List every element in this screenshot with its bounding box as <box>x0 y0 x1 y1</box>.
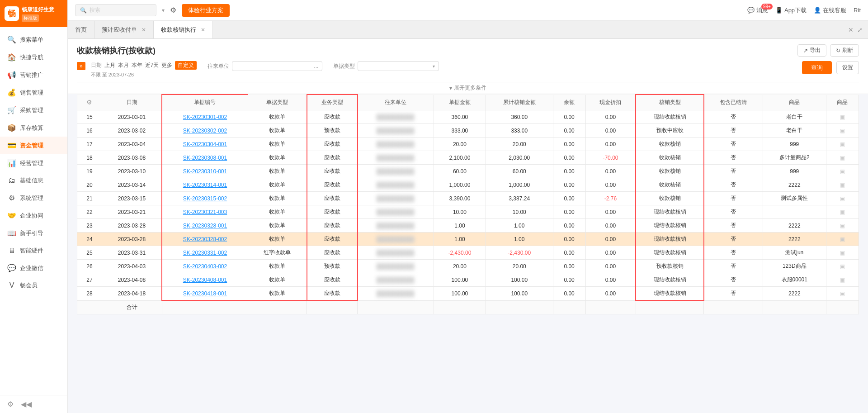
row-doc-no[interactable]: SK-20230308-001 <box>162 151 248 165</box>
doc-no-link[interactable]: SK-20230321-003 <box>183 209 227 215</box>
row-doc-no[interactable]: SK-20230310-001 <box>162 165 248 178</box>
export-btn[interactable]: ↗ 导出 <box>797 44 826 57</box>
table-wrap: ⚙日期单据编号单据类型业务类型往来单位单据金额累计核销金额余额现金折扣核销类型包… <box>68 94 868 413</box>
row-writeoff-type: 现结收款核销 <box>636 233 703 246</box>
query-btn[interactable]: 查询 <box>802 61 832 74</box>
row-doc-type: 收款单 <box>248 124 307 138</box>
unit-blurred: ████████ <box>377 168 415 175</box>
tab-writeoff[interactable]: 收款核销执行✕ <box>154 21 213 38</box>
doc-no-link[interactable]: SK-20230331-002 <box>183 250 227 256</box>
row-doc-no[interactable]: SK-20230418-001 <box>162 287 248 301</box>
sidebar-item-base[interactable]: 🗂 基础信息 <box>0 172 67 189</box>
row-doc-no[interactable]: SK-20230331-002 <box>162 246 248 260</box>
filter-custom[interactable]: 自定义 <box>175 61 197 70</box>
doc-no-link[interactable]: SK-20230328-001 <box>183 223 227 229</box>
row-doc-no[interactable]: SK-20230304-001 <box>162 138 248 151</box>
doc-no-link[interactable]: SK-20230315-002 <box>183 195 227 202</box>
col-header-2: 单据编号 <box>162 95 248 110</box>
industry-btn[interactable]: 体验行业方案 <box>182 4 230 17</box>
row-doc-no[interactable]: SK-20230302-002 <box>162 124 248 138</box>
tab-home[interactable]: 首页 <box>68 21 94 38</box>
row-unit: ████████ <box>358 205 434 219</box>
sidebar-item-hardware[interactable]: 🖥 智能硬件 <box>0 242 67 259</box>
row-doc-no[interactable]: SK-20230301-002 <box>162 110 248 124</box>
row-doc-no[interactable]: SK-20230321-003 <box>162 205 248 219</box>
row-doc-no[interactable]: SK-20230315-002 <box>162 192 248 205</box>
row-doc-no[interactable]: SK-20230403-002 <box>162 260 248 273</box>
tab-close-all-icon[interactable]: ✕ <box>848 26 854 33</box>
doc-no-link[interactable]: SK-20230314-001 <box>183 182 227 188</box>
tab-close-receivable[interactable]: ✕ <box>142 27 146 33</box>
setting-btn[interactable]: 设置 <box>836 61 859 74</box>
user-account[interactable]: Rit <box>854 7 861 14</box>
sidebar-item-finance[interactable]: 💳 资金管理 <box>0 137 67 154</box>
unit-input[interactable]: ... <box>232 61 322 71</box>
row-no: 28 <box>77 287 102 301</box>
row-date: 2023-03-01 <box>102 110 162 124</box>
topbar-dropdown-icon[interactable]: ▾ <box>162 7 165 14</box>
doc-no-link[interactable]: SK-20230403-002 <box>183 263 227 270</box>
expand-arrow[interactable]: » <box>77 61 85 70</box>
sidebar-item-marketing[interactable]: 📢 营销推广 <box>0 66 67 84</box>
sidebar-item-guide[interactable]: 📖 新手引导 <box>0 224 67 242</box>
settings-footer-icon[interactable]: ⚙ <box>7 400 14 408</box>
filter-more[interactable]: 更多 <box>161 62 172 69</box>
column-settings-icon[interactable]: ⚙ <box>86 99 92 106</box>
doc-no-link[interactable]: SK-20230308-001 <box>183 155 227 161</box>
filter-7days[interactable]: 近7天 <box>145 62 159 69</box>
row-doc-no[interactable]: SK-20230328-002 <box>162 233 248 246</box>
tab-receivable[interactable]: 预计应收付单✕ <box>94 21 154 38</box>
doc-no-link[interactable]: SK-20230304-001 <box>183 141 227 147</box>
doc-no-link[interactable]: SK-20230418-001 <box>183 290 227 297</box>
row-biz-type: 应收款 <box>307 219 358 233</box>
sidebar-item-operations[interactable]: 📊 经营管理 <box>0 154 67 172</box>
row-goods2: ▣ <box>826 110 859 124</box>
row-goods2: ▣ <box>826 219 859 233</box>
topbar-search[interactable]: 🔍 搜索 <box>75 4 156 16</box>
topbar-gear-icon[interactable]: ⚙ <box>170 6 176 14</box>
doc-no-link[interactable]: SK-20230408-001 <box>183 277 227 283</box>
row-goods2: ▣ <box>826 124 859 138</box>
table-row: 262023-04-03SK-20230403-002收款单预收款███████… <box>77 260 859 273</box>
sidebar-item-search[interactable]: 🔍 搜索菜单 <box>0 31 67 48</box>
app-download[interactable]: 📱 App下载 <box>775 6 807 14</box>
sidebar-item-quick-nav[interactable]: 🏠 快捷导航 <box>0 48 67 66</box>
row-doc-no[interactable]: SK-20230408-001 <box>162 273 248 287</box>
doc-no-link[interactable]: SK-20230301-002 <box>183 114 227 120</box>
doc-no-link[interactable]: SK-20230328-002 <box>183 236 227 242</box>
topbar-right: 💬 消息 99+ 📱 App下载 👤 在线客服 Rit <box>747 6 861 14</box>
refresh-btn[interactable]: ↻ 刷新 <box>830 44 859 57</box>
sidebar-item-corp[interactable]: 🤝 企业协同 <box>0 207 67 224</box>
row-date: 2023-03-28 <box>102 219 162 233</box>
online-service[interactable]: 👤 在线客服 <box>814 6 846 14</box>
row-doc-no[interactable]: SK-20230314-001 <box>162 178 248 192</box>
row-biz-type: 预收款 <box>307 124 358 138</box>
expand-icon[interactable]: » <box>77 62 85 70</box>
tab-expand-icon[interactable]: ⤢ <box>857 26 863 33</box>
table-row: 202023-03-14SK-20230314-001收款单应收款███████… <box>77 178 859 192</box>
sidebar-item-sales[interactable]: 💰 销售管理 <box>0 84 67 101</box>
doc-no-link[interactable]: SK-20230310-001 <box>183 168 227 175</box>
row-unit: ████████ <box>358 260 434 273</box>
collapse-sidebar-icon[interactable]: ◀◀ <box>21 400 32 408</box>
sidebar-item-wechat[interactable]: 💬 企业微信 <box>0 259 67 277</box>
expand-more-btn[interactable]: ▾ 展开更多条件 <box>449 84 486 92</box>
sidebar-item-inventory[interactable]: 📦 库存核算 <box>0 119 67 137</box>
doctype-select[interactable]: ▾ <box>358 61 439 71</box>
sidebar-item-system[interactable]: ⚙ 系统管理 <box>0 189 67 207</box>
sidebar-item-member[interactable]: V 畅会员 <box>0 277 67 294</box>
user-label: Rit <box>854 7 861 14</box>
table-row: 152023-03-01SK-20230301-002收款单应收款███████… <box>77 110 859 124</box>
filter-last-month[interactable]: 上月 <box>104 62 115 69</box>
row-amount: 20.00 <box>434 260 486 273</box>
tabbar-controls: ✕ ⤢ <box>843 26 868 33</box>
sidebar-item-purchase[interactable]: 🛒 采购管理 <box>0 101 67 119</box>
row-doc-no[interactable]: SK-20230328-001 <box>162 219 248 233</box>
doc-no-link[interactable]: SK-20230302-002 <box>183 128 227 134</box>
tabbar: 首页预计应收付单✕收款核销执行✕ ✕ ⤢ <box>68 21 868 39</box>
filter-this-year[interactable]: 本年 <box>132 62 142 69</box>
footer-cell-1: 合计 <box>102 300 162 314</box>
tab-close-writeoff[interactable]: ✕ <box>201 27 205 33</box>
topbar-message[interactable]: 💬 消息 99+ <box>747 6 768 14</box>
filter-this-month[interactable]: 本月 <box>118 62 129 69</box>
